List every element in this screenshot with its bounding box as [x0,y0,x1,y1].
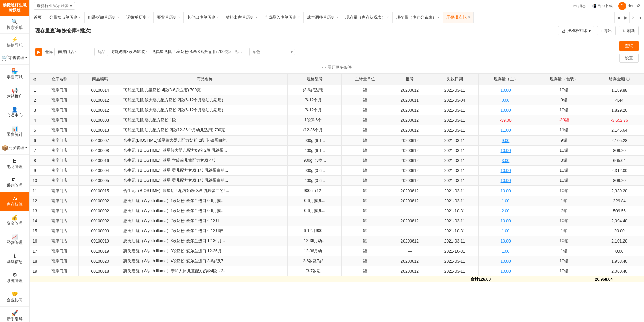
warehouse-tag-close[interactable]: × [75,50,77,54]
row-qty-main[interactable]: 10.00 [479,216,533,226]
sidebar-item-ecommerce[interactable]: 🖥 电商管理 [0,155,29,173]
row-code: 00100003 [79,115,121,125]
row-qty-main[interactable]: 0.00 [479,95,533,105]
row-qty-main[interactable]: 10.00 [479,176,533,186]
filter-more-dots[interactable]: … [79,50,84,54]
sidebar-item-members[interactable]: 👤 会员中心 [0,103,29,122]
row-qty-main[interactable]: 9.00 [479,136,533,146]
row-spec: 900g（12-... [288,186,342,196]
tab-close-icon[interactable]: × [117,16,119,19]
tab-prev-btn[interactable]: ◀ [614,12,622,23]
print-btn[interactable]: 🖨 按模板打印 ▾ [558,26,594,35]
product-tag-2-close[interactable]: × [229,50,231,54]
tab-close-icon[interactable]: × [79,16,81,19]
row-unit: 罐 [342,246,388,256]
row-qty-main[interactable]: -39.00 [479,115,533,125]
tab-close-icon[interactable]: × [336,16,338,19]
row-qty-main[interactable]: 1.00 [479,246,533,256]
tab-close-icon[interactable]: × [438,16,440,19]
row-qty-main[interactable]: 10.00 [479,166,533,176]
table-row: 16 南岸门店 00100019 惠氏启醒（Wyeth illuma）3段奶粉 … [30,236,644,246]
product-filter-input[interactable]: 飞鹤奶粉3段两罐装 × 飞鹤星飞帆 儿童奶粉 4段(3-6岁适用) 700克 ×… [107,48,250,56]
warehouse-filter-input[interactable]: 南岸门店 × … [54,48,95,56]
tab-split-history[interactable]: 分量盘点单历史 × [46,12,85,23]
row-expire: 2021-03-11 [431,115,479,125]
product-filter-more-dots[interactable]: … [243,50,247,54]
user-profile[interactable]: Ea demo2 [618,2,640,10]
tab-close-icon[interactable]: × [255,16,257,19]
sidebar-item-enterprise-collab[interactable]: 🤝 企业协同 [0,287,29,307]
row-spec: 0-6月婴儿... [288,196,342,206]
sidebar-item-operations[interactable]: 📈 经营管理 [0,230,29,249]
row-name: 惠氏启醒（Wyeth illuma）1段奶粉 爱尔兰进口 0-6月婴... [121,206,288,216]
settings-btn[interactable]: 设置 [619,54,639,63]
refresh-btn[interactable]: ↻ 刷新 [619,26,639,35]
tab-outbound-history[interactable]: 其他出库单历史 × [184,12,222,23]
tab-next-btn[interactable]: ▶ [622,12,629,23]
sidebar-item-newbie-guide[interactable]: 🚀 新手引导 [0,307,29,322]
row-qty-main[interactable]: 3.00 [479,156,533,166]
sidebar-item-search[interactable]: 🔍 搜索英单 [0,16,29,34]
row-unit: 罐 [342,176,388,186]
row-qty-main[interactable]: 10.00 [479,236,533,246]
sidebar-item-basic-info[interactable]: ℹ 基础信息 [0,249,29,268]
tab-close-icon[interactable]: × [387,16,389,19]
tab-close-icon[interactable]: × [148,16,150,19]
messages-btn[interactable]: ✉ 消息 [573,3,586,9]
color-filter-input[interactable]: ▾ [262,49,295,55]
col-settings[interactable]: ⚙ [30,74,40,85]
row-qty-main[interactable]: 10.00 [479,266,533,276]
tab-assembly-history[interactable]: 组装拆卸单历史 × [85,12,123,23]
row-amount: 20.00 [595,226,644,236]
tab-batch-ledger[interactable]: 库存批次账 × [443,12,474,23]
filter-expand-btn[interactable]: ▶ [35,48,42,56]
sidebar-item-retail-management[interactable]: 🛒 零售管理 [0,51,29,65]
query-btn[interactable]: 查询 [619,41,639,51]
product-more-label[interactable]: 飞… [234,49,242,55]
col-qty-pkg: 现存量（包装） [533,74,595,85]
row-unit: 罐 [342,95,388,105]
row-qty-main[interactable]: 10.00 [479,186,533,196]
sidebar-item-marketing[interactable]: 📢 营销推广 [0,84,29,103]
tab-cost-adjustment[interactable]: 成本调整单历史 × [304,12,342,23]
tab-transfer-history[interactable]: 调拨单历史 × [123,12,154,23]
tab-material-outbound[interactable]: 材料出库单历史 × [222,12,261,23]
sidebar-item-wholesale[interactable]: 📦 批发管理 [0,141,29,155]
export-btn[interactable]: ↓ 导出 [597,26,616,35]
row-qty-main[interactable]: 1.00 [479,226,533,236]
tab-home[interactable]: 首页 [30,12,46,23]
row-qty-main[interactable]: 10.00 [479,146,533,156]
row-code: 00100012 [79,95,121,105]
sidebar-item-retail-stats[interactable]: 📊 零售统计 [0,122,29,141]
sidebar-item-system[interactable]: ⚙ 系统管理 [0,268,29,287]
sidebar-item-retail-mall[interactable]: 🏪 零售商城 [0,65,29,84]
tab-inventory-status[interactable]: 现存量（库存状况表） × [342,12,393,23]
product-tag-1-close[interactable]: × [146,50,148,54]
sidebar-item-purchase[interactable]: 🛍 采购管理 [0,173,29,192]
row-amount: 229.84 [595,196,644,206]
tab-close-icon[interactable]: × [217,16,219,19]
row-qty-main[interactable]: 10.00 [479,256,533,266]
tab-close-icon[interactable]: × [298,16,300,19]
row-unit: 罐 [342,256,388,266]
tab-inventory-distribution[interactable]: 现存量（库存分布表） × [393,12,443,23]
tab-close-current-btn[interactable]: × [629,12,637,23]
tab-production-inbound[interactable]: 产成品入库单历史 × [261,12,304,23]
row-qty-main[interactable]: 1.00 [479,196,533,206]
expand-more-btn[interactable]: ⋯ 展开更多条件 [322,65,352,70]
row-qty-main[interactable]: 11.00 [479,125,533,136]
row-qty-main[interactable]: 2.00 [479,206,533,216]
app-download-btn[interactable]: 📲 App下载 [591,3,613,9]
sidebar-item-inventory[interactable]: 🗂 库存核算 [0,192,29,211]
tab-close-icon[interactable]: × [468,15,470,19]
tab-order-history[interactable]: 要货单历史 × [154,12,184,23]
sidebar-item-quicknav[interactable]: ⚡ 快捷导航 [0,34,29,51]
tab-close-icon[interactable]: × [178,16,180,19]
account-dropdown[interactable]: 母婴行业演示账套 ▾ [34,2,75,10]
row-unit: 罐 [342,156,388,166]
color-dropdown-icon[interactable]: ▾ [291,50,293,54]
tab-menu-btn[interactable]: ▼ [637,12,644,23]
row-qty-main[interactable]: 10.00 [479,85,533,95]
sidebar-item-finance[interactable]: 💰 资金管理 [0,211,29,230]
row-qty-main[interactable]: 10.00 [479,105,533,115]
